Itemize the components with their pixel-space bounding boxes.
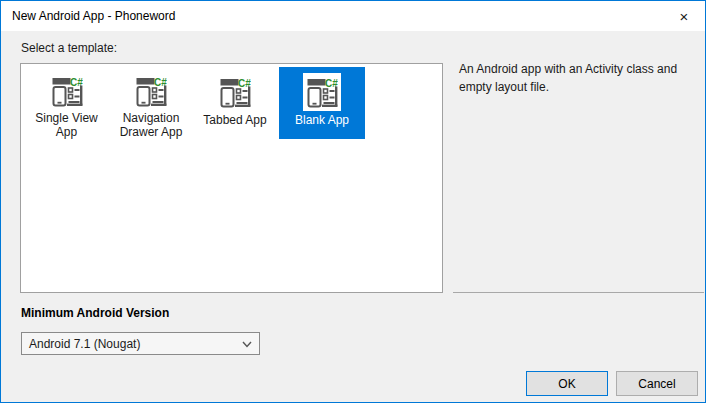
template-description: An Android app with an Activity class an… bbox=[459, 60, 706, 96]
template-item-single-view-app[interactable]: C# Single View App bbox=[22, 67, 111, 139]
cancel-button[interactable]: Cancel bbox=[616, 371, 698, 396]
close-icon[interactable]: × bbox=[663, 1, 705, 31]
ok-button[interactable]: OK bbox=[526, 371, 608, 396]
minimum-android-version-dropdown[interactable]: Android 7.1 (Nougat) bbox=[21, 332, 260, 355]
select-template-label: Select a template: bbox=[21, 41, 117, 55]
new-android-app-dialog: New Android App - Phoneword × Select a t… bbox=[0, 0, 706, 403]
dropdown-selected-value: Android 7.1 (Nougat) bbox=[22, 337, 140, 351]
template-item-tabbed-app[interactable]: C# Tabbed App bbox=[191, 67, 279, 139]
template-item-navigation-drawer-app[interactable]: C# Navigation Drawer App bbox=[111, 67, 191, 139]
android-csharp-template-icon: C# bbox=[132, 73, 170, 109]
dialog-title: New Android App - Phoneword bbox=[12, 1, 175, 31]
android-csharp-template-icon: C# bbox=[303, 73, 341, 111]
android-csharp-template-icon: C# bbox=[48, 73, 86, 109]
minimum-android-version-label: Minimum Android Version bbox=[21, 306, 169, 320]
template-item-label: Tabbed App bbox=[203, 113, 266, 127]
android-csharp-template-icon: C# bbox=[216, 73, 254, 111]
template-item-label: Blank App bbox=[295, 113, 349, 127]
template-item-label: Single View App bbox=[28, 111, 106, 139]
title-bar: New Android App - Phoneword × bbox=[1, 1, 705, 31]
template-item-blank-app[interactable]: C# Blank App bbox=[279, 67, 365, 139]
chevron-down-icon bbox=[242, 341, 252, 348]
template-item-label: Navigation Drawer App bbox=[117, 111, 185, 139]
template-list: C# Single View App bbox=[20, 63, 443, 293]
template-tiles: C# Single View App bbox=[22, 67, 365, 139]
description-separator bbox=[453, 292, 704, 293]
